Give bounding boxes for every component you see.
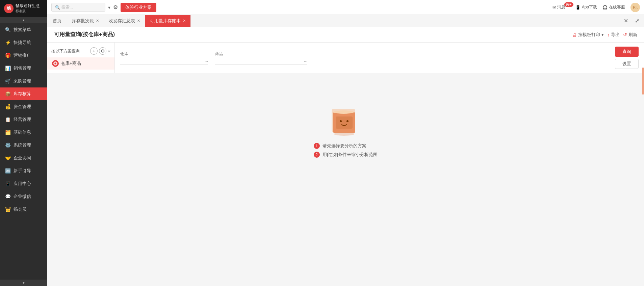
empty-illustration (326, 100, 366, 137)
topbar-user[interactable]: Rit (630, 3, 640, 12)
scheme-settings-button[interactable]: ⚙ (99, 47, 106, 55)
scheme-name-label: 仓库+商品 (61, 60, 81, 67)
industry-btn[interactable]: 体验行业方案 (121, 3, 156, 12)
topbar-app-download[interactable]: 📱 App下载 (575, 4, 597, 10)
scheme-header-label: 按以下方案查询 (51, 48, 80, 54)
sidebar-item-label: 系统管理 (14, 142, 31, 148)
tab-inventory-batch[interactable]: 库存批次账 ✕ (67, 15, 104, 27)
inventory-nav-icon: 📦 (5, 91, 11, 97)
sidebar-item-sales[interactable]: 📊 销售管理 (0, 62, 47, 75)
sidebar-item-label: 销售管理 (14, 65, 31, 71)
sidebar-item-label: 基础信息 (14, 129, 31, 135)
topbar-message[interactable]: ✉ 消息 99+ (552, 4, 570, 10)
sidebar-item-label: 应用中心 (14, 181, 31, 187)
topbar-dropdown-button[interactable]: ▾ (108, 5, 110, 10)
topbar-right: ✉ 消息 99+ 📱 App下载 🎧 在线客服 Rit (552, 3, 640, 12)
app-subtitle: 标准版 (16, 9, 40, 14)
marketing-nav-icon: 🎁 (5, 52, 11, 58)
query-fields: 仓库 ... 商品 ... 查询 (120, 47, 639, 69)
sidebar-item-label: 经营管理 (14, 116, 31, 123)
page-content: 可用量查询(按仓库+商品) 🖨 按模板打印 ▾ ↑ 导出 ↺ 刷新 (47, 27, 644, 286)
sidebar-item-shortcut[interactable]: ⚡ 快捷导航 (0, 36, 47, 49)
tabbar-close-button[interactable]: ✕ (622, 17, 630, 25)
sidebar-item-apps[interactable]: 📱 应用中心 (0, 177, 47, 190)
sidebar-item-finance[interactable]: 💰 资金管理 (0, 100, 47, 113)
goods-label: 商品 (215, 51, 307, 57)
sidebar-item-inventory[interactable]: 📦 库存核算 (0, 87, 47, 100)
goods-input-wrapper: ... (215, 58, 307, 65)
goods-more-button[interactable]: ... (304, 58, 307, 63)
shortcut-nav-icon: ⚡ (5, 40, 11, 46)
tab-receive-summary[interactable]: 收发存汇总表 ✕ (104, 15, 145, 27)
svg-point-4 (340, 120, 342, 122)
sidebar-item-corp[interactable]: 🤝 企业协同 (0, 152, 47, 164)
query-right-panel: 仓库 ... 商品 ... 查询 (115, 43, 644, 73)
sidebar-item-guide[interactable]: 🆕 新手引导 (0, 164, 47, 177)
sidebar-item-search[interactable]: 🔍 搜索菜单 (0, 23, 47, 36)
tab-available-inventory[interactable]: 可用量库存账本 ✕ (145, 15, 191, 27)
svg-point-5 (346, 120, 349, 122)
collapse-panel-button[interactable]: « (108, 48, 110, 54)
service-label: 在线客服 (609, 4, 625, 10)
empty-hints: 1 请先选择要分析的方案 2 用[过滤]条件来缩小分析范围 (314, 143, 378, 158)
sidebar-item-label: 企业协同 (14, 155, 31, 161)
sidebar-scroll-down[interactable]: ▼ (0, 280, 47, 286)
export-button[interactable]: ↑ 导出 (607, 32, 620, 38)
service-icon: 🎧 (602, 5, 608, 10)
tabbar-right: ✕ ⤢ (622, 17, 644, 25)
warehouse-input[interactable] (120, 58, 203, 63)
print-icon: 🖨 (572, 32, 577, 37)
tab-close-receive-summary[interactable]: ✕ (137, 19, 140, 23)
tabbar-expand-button[interactable]: ⤢ (633, 17, 641, 25)
sidebar-item-label: 新手引导 (14, 168, 31, 174)
refresh-icon: ↺ (623, 32, 627, 37)
goods-field: 商品 ... (215, 51, 307, 65)
warehouse-input-wrapper: ... (120, 58, 208, 65)
sidebar-item-label: 搜索菜单 (14, 27, 31, 33)
print-template-button[interactable]: 🖨 按模板打印 ▾ (572, 32, 604, 38)
sidebar-item-label: 资金管理 (14, 104, 31, 110)
print-dropdown-icon: ▾ (601, 32, 604, 37)
user-avatar: Rit (630, 3, 640, 12)
topbar-service[interactable]: 🎧 在线客服 (602, 4, 625, 10)
tab-home[interactable]: 首页 (47, 15, 67, 27)
sidebar-item-purchase[interactable]: 🛒 采购管理 (0, 75, 47, 87)
add-scheme-button[interactable]: + (90, 47, 98, 55)
query-button[interactable]: 查询 (615, 47, 639, 57)
refresh-button[interactable]: ↺ 刷新 (623, 32, 637, 38)
page-scrollbar[interactable] (642, 68, 644, 95)
scheme-item[interactable]: 仓库+商品 (47, 57, 114, 70)
hint-num-1: 1 (314, 143, 320, 149)
topbar-gear-button[interactable]: ⚙ (113, 4, 118, 10)
hint-num-2: 2 (314, 152, 320, 158)
sidebar-item-system[interactable]: ⚙️ 系统管理 (0, 139, 47, 152)
sidebar-item-label: 畅会员 (14, 206, 27, 212)
main-wrapper: 🔍 搜索... ▾ ⚙ 体验行业方案 ✉ 消息 99+ 📱 App下载 🎧 在线… (47, 0, 644, 286)
query-settings-button[interactable]: 设置 (615, 59, 639, 69)
query-section: 按以下方案查询 + ⚙ « 仓库+商品 (47, 43, 644, 73)
sidebar-scroll-up[interactable]: ▲ (0, 17, 47, 23)
tab-close-available-inventory[interactable]: ✕ (183, 19, 186, 23)
warehouse-more-button[interactable]: ... (205, 58, 208, 63)
page-title: 可用量查询(按仓库+商品) (54, 31, 115, 38)
sidebar-item-wechat[interactable]: 💬 企业微信 (0, 190, 47, 203)
goods-input[interactable] (215, 58, 303, 63)
sidebar-item-member[interactable]: 👑 畅会员 (0, 203, 47, 216)
sidebar-item-label: 库存核算 (14, 91, 31, 97)
sidebar-nav: 🔍 搜索菜单 ⚡ 快捷导航 🎁 营销推广 📊 销售管理 🛒 采购管理 📦 库存核… (0, 23, 47, 280)
svg-rect-3 (336, 116, 353, 129)
warehouse-field: 仓库 ... (120, 51, 208, 65)
hint-row-1: 1 请先选择要分析的方案 (314, 143, 378, 149)
tab-close-inventory-batch[interactable]: ✕ (96, 19, 99, 23)
page-actions: 🖨 按模板打印 ▾ ↑ 导出 ↺ 刷新 (572, 32, 637, 38)
scheme-icon (52, 60, 59, 67)
search-nav-icon: 🔍 (5, 27, 11, 33)
sidebar: 畅 畅康通好生意 标准版 ▲ 🔍 搜索菜单 ⚡ 快捷导航 🎁 营销推广 📊 销售… (0, 0, 47, 286)
finance-nav-icon: 💰 (5, 104, 11, 110)
sidebar-item-marketing[interactable]: 🎁 营销推广 (0, 49, 47, 62)
export-icon: ↑ (607, 32, 610, 37)
page-header: 可用量查询(按仓库+商品) 🖨 按模板打印 ▾ ↑ 导出 ↺ 刷新 (47, 27, 644, 43)
sidebar-item-basic[interactable]: 🗂️ 基础信息 (0, 126, 47, 139)
sidebar-item-operations[interactable]: 📋 经营管理 (0, 113, 47, 126)
hint-row-2: 2 用[过滤]条件来缩小分析范围 (314, 152, 378, 158)
